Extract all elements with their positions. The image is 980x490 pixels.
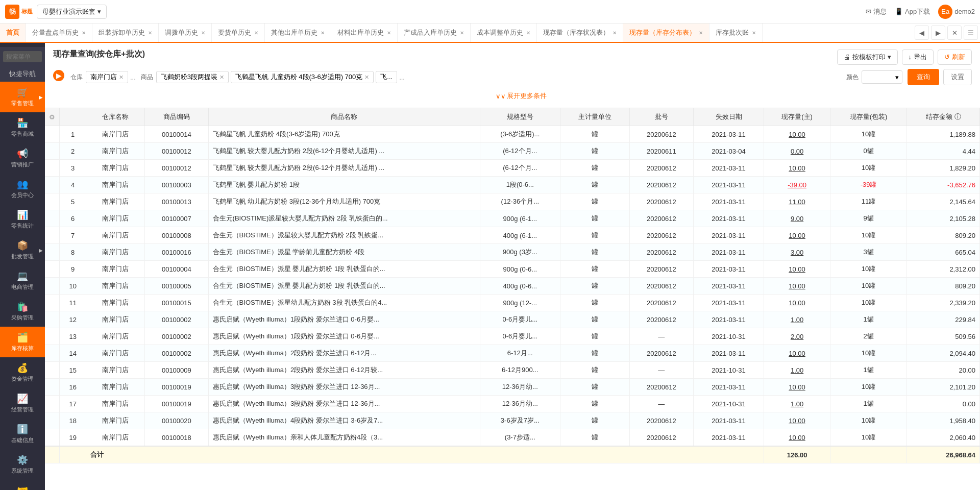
col-batch-cell: 20200612 (630, 379, 693, 396)
col-qty-cell[interactable]: 1.00 (764, 311, 830, 328)
sidebar-item-collab[interactable]: 🤝 企业协同 (0, 480, 45, 490)
product-tag-1-remove[interactable]: ✕ (219, 74, 224, 81)
product-tag-3[interactable]: 飞... (376, 71, 397, 83)
product-tag-1[interactable]: 飞鹤奶粉3段两提装 ✕ (156, 71, 229, 83)
col-qty-cell[interactable]: 10.00 (764, 227, 830, 244)
nav-close-all-btn[interactable]: ✕ (947, 26, 962, 40)
col-name-cell: 惠氏启赋（Wyeth illuma）1段奶粉 爱尔兰进口 0-6月婴... (208, 311, 480, 328)
tab-2-close-icon[interactable]: ✕ (148, 30, 152, 36)
tab-10[interactable]: 现存量（库存分布表） ✕ (623, 23, 709, 42)
col-qty-cell[interactable]: 10.00 (764, 345, 830, 362)
warehouse-tag-remove[interactable]: ✕ (119, 74, 124, 81)
tab-5-label: 其他出库单历史 (271, 28, 317, 37)
nav-prev-btn[interactable]: ◀ (915, 26, 929, 40)
tab-11[interactable]: 库存批次账 ✕ (709, 23, 763, 42)
expand-conditions-btn[interactable]: ∨∨ 展开更多条件 (496, 91, 547, 101)
col-qty-cell[interactable]: 10.00 (764, 412, 830, 429)
col-pkg-cell: 10罐 (830, 412, 907, 429)
col-qty-cell[interactable]: 9.00 (764, 210, 830, 227)
sidebar-item-system[interactable]: ⚙️ 系统管理 (0, 449, 45, 480)
tab-1[interactable]: 分量盘点单历史 ✕ (26, 23, 92, 42)
template-print-btn[interactable]: 🖨 按模板打印 ▾ (837, 50, 898, 65)
col-index-cell: 10 (60, 278, 86, 295)
query-btn[interactable]: 查询 (908, 69, 939, 85)
tab-5-close-icon[interactable]: ✕ (321, 30, 325, 36)
product-tag-2-remove[interactable]: ✕ (364, 74, 369, 81)
refresh-btn[interactable]: ↺ 刷新 (938, 50, 972, 65)
tab-4[interactable]: 要货单历史 ✕ (212, 23, 265, 42)
col-qty-cell[interactable]: 10.00 (764, 429, 830, 447)
app-download-btn[interactable]: 📱 App下载 (895, 7, 930, 16)
settings-icon[interactable]: ⚙ (49, 113, 55, 121)
col-qty-cell[interactable]: 1.00 (764, 362, 830, 379)
sidebar-item-inventory[interactable]: 🗂️ 库存核算 (0, 327, 45, 357)
tab-home[interactable]: 首页 (0, 23, 26, 42)
sidebar-item-wholesale[interactable]: 📦 批发管理 ▶ (0, 235, 45, 265)
sidebar-item-finance[interactable]: 💰 资金管理 (0, 357, 45, 388)
page-header: 现存量查询(按仓库+批次) 🖨 按模板打印 ▾ ↓ 导出 ↺ 刷新 (45, 43, 980, 108)
col-qty-cell[interactable]: 1.00 (764, 396, 830, 412)
search-input[interactable] (3, 51, 42, 62)
col-warehouse-cell: 南岸门店 (86, 311, 145, 328)
col-expire-cell: 2021-03-11 (693, 412, 764, 429)
sidebar-item-marketing[interactable]: 📢 营销推广 (0, 143, 45, 174)
org-selector[interactable]: 母婴行业演示账套 ▾ (37, 5, 107, 19)
tab-3[interactable]: 调拨单历史 ✕ (159, 23, 212, 42)
col-pkg-cell: 3罐 (830, 244, 907, 261)
tab-4-close-icon[interactable]: ✕ (254, 30, 258, 36)
table-row: 8 南岸门店 00100016 合生元（BIOSTIME）派星 学龄前儿童配方奶… (45, 244, 980, 261)
col-qty-cell[interactable]: 0.00 (764, 143, 830, 160)
tab-11-close-icon[interactable]: ✕ (752, 30, 756, 36)
quick-nav[interactable]: 快捷导航 (0, 66, 45, 82)
tab-8[interactable]: 成本调整单历史 ✕ (471, 23, 537, 42)
col-qty-cell[interactable]: 11.00 (764, 193, 830, 210)
sidebar-item-basic[interactable]: ℹ️ 基础信息 (0, 419, 45, 449)
col-qty-cell[interactable]: 2.00 (764, 328, 830, 345)
sidebar: 快捷导航 🛒 零售管理 ▶ 🏪 零售商城 📢 营销推广 👥 会员中心 📊 零售统… (0, 43, 45, 490)
warehouse-ellipsis[interactable]: ... (130, 74, 136, 81)
sidebar-item-retail-mgmt[interactable]: 🛒 零售管理 ▶ (0, 82, 45, 112)
message-btn[interactable]: ✉ 消息 (866, 7, 887, 16)
tab-9-close-icon[interactable]: ✕ (612, 30, 617, 36)
tab-2[interactable]: 组装拆卸单历史 ✕ (92, 23, 159, 42)
col-amount-cell: 2,312.00 (907, 261, 980, 278)
col-qty-cell[interactable]: 10.00 (764, 160, 830, 177)
tab-7-close-icon[interactable]: ✕ (460, 30, 464, 36)
tab-3-close-icon[interactable]: ✕ (201, 30, 205, 36)
product-tag-2[interactable]: 飞鹤星飞帆 儿童奶粉 4段(3-6岁适用) 700克 ✕ (231, 71, 374, 83)
user-area[interactable]: Ea demo2 (938, 5, 975, 19)
tab-6-close-icon[interactable]: ✕ (387, 30, 391, 36)
sidebar-item-member[interactable]: 👥 会员中心 (0, 174, 45, 204)
nav-menu-btn[interactable]: ☰ (964, 26, 978, 40)
tab-7[interactable]: 产成品入库单历史 ✕ (398, 23, 471, 42)
sidebar-item-ecommerce[interactable]: 💻 电商管理 (0, 265, 45, 296)
export-btn[interactable]: ↓ 导出 (902, 50, 934, 65)
tab-8-close-icon[interactable]: ✕ (526, 30, 530, 36)
warehouse-tag[interactable]: 南岸门店 ✕ (86, 71, 128, 83)
col-qty-cell[interactable]: 3.00 (764, 244, 830, 261)
sidebar-item-retail-stats[interactable]: 📊 零售统计 (0, 204, 45, 235)
product-ellipsis[interactable]: ... (399, 74, 405, 81)
sidebar-item-purchase[interactable]: 🛍️ 采购管理 (0, 296, 45, 327)
tab-5[interactable]: 其他出库单历史 ✕ (265, 23, 331, 42)
col-qty-cell[interactable]: 10.00 (764, 126, 830, 143)
expand-filter-btn[interactable]: ▶ (53, 70, 64, 81)
color-dropdown[interactable]: ▾ (862, 70, 902, 84)
col-qty-cell[interactable]: 10.00 (764, 379, 830, 396)
tab-6[interactable]: 材料出库单历史 ✕ (331, 23, 398, 42)
col-warehouse-cell: 南岸门店 (86, 227, 145, 244)
settings-btn[interactable]: 设置 (943, 69, 972, 85)
tab-6-label: 材料出库单历史 (337, 28, 384, 37)
tab-9[interactable]: 现存量（库存状况表） ✕ (537, 23, 623, 42)
nav-next-btn[interactable]: ▶ (931, 26, 945, 40)
tab-1-close-icon[interactable]: ✕ (82, 30, 86, 36)
avatar-initials: Ea (941, 8, 949, 15)
col-qty-cell[interactable]: 10.00 (764, 261, 830, 278)
col-qty-cell[interactable]: 10.00 (764, 278, 830, 295)
sidebar-item-retail-store[interactable]: 🏪 零售商城 (0, 112, 45, 143)
col-name-cell: 合生元（BIOSTIME）派星较大婴儿配方奶粉 2段 乳铁蛋... (208, 227, 480, 244)
tab-10-close-icon[interactable]: ✕ (699, 30, 703, 36)
sidebar-item-ops[interactable]: 📈 经营管理 (0, 388, 45, 419)
col-qty-cell[interactable]: 10.00 (764, 295, 830, 311)
col-qty-cell[interactable]: -39.00 (764, 177, 830, 193)
